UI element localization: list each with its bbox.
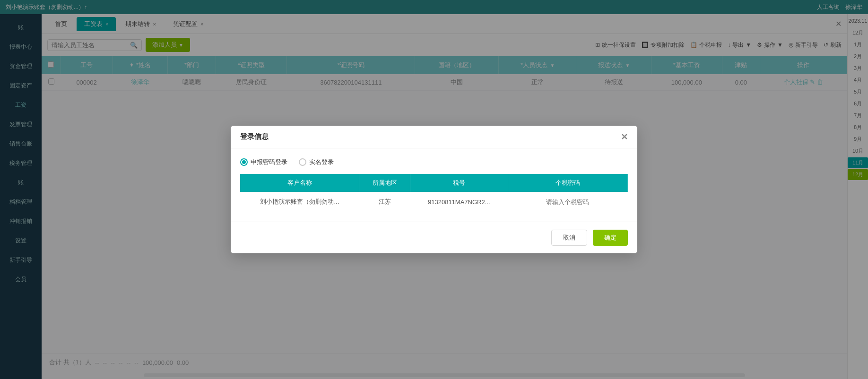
modal-title: 登录信息 [240,132,269,141]
modal-header: 登录信息 ✕ [231,126,637,148]
modal-overlay: 登录信息 ✕ 申报密码登录 实名登录 [0,0,868,379]
col-client-name: 客户名称 [240,174,359,192]
cancel-button[interactable]: 取消 [551,230,587,246]
client-name-cell: 刘小艳演示账套（勿删勿动... [240,192,359,212]
modal-footer: 取消 确定 [231,222,637,253]
radio-realname-circle [299,158,306,166]
password-cell[interactable] [508,192,627,212]
modal-close-button[interactable]: ✕ [621,133,628,141]
region-cell: 江苏 [359,192,410,212]
modal-body: 申报密码登录 实名登录 客户名称 所属地区 税号 个税密码 [231,148,637,222]
login-data-table: 客户名称 所属地区 税号 个税密码 刘小艳演示账套（勿删勿动... 江苏 913… [240,174,628,212]
confirm-button[interactable]: 确定 [593,230,628,246]
login-info-modal: 登录信息 ✕ 申报密码登录 实名登录 [231,126,637,253]
radio-password-circle [240,158,248,166]
col-region: 所属地区 [359,174,410,192]
col-tax-no: 税号 [410,174,508,192]
col-tax-password: 个税密码 [508,174,627,192]
tax-password-input[interactable] [515,198,620,206]
radio-password-login[interactable]: 申报密码登录 [240,158,287,166]
tax-no-cell: 91320811MA7NGR2... [410,192,508,212]
login-table-row: 刘小艳演示账套（勿删勿动... 江苏 91320811MA7NGR2... [240,192,628,212]
radio-realname-login[interactable]: 实名登录 [299,158,334,166]
radio-group: 申报密码登录 实名登录 [240,158,628,166]
